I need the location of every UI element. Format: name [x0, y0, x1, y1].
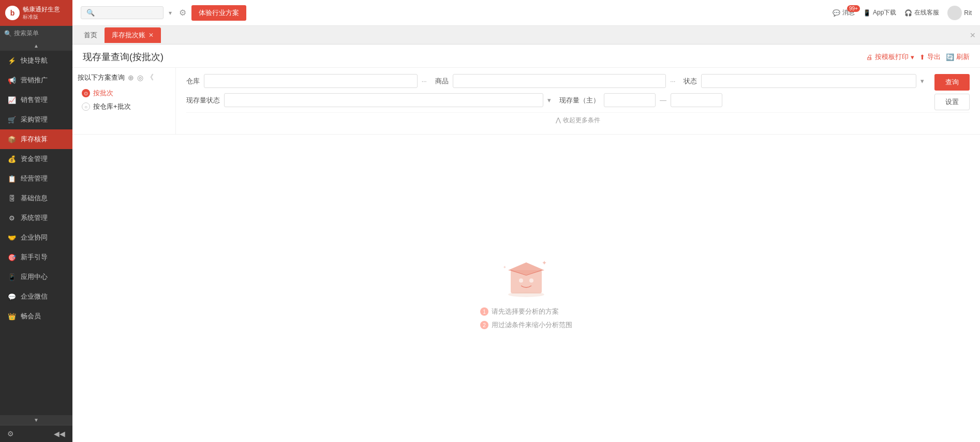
settings-icon[interactable]: ⚙	[7, 430, 14, 438]
svg-point-3	[508, 292, 544, 297]
sidebar-item-sales[interactable]: 📈 销售管理	[0, 90, 72, 110]
sidebar-item-label: 营销推广	[21, 76, 48, 85]
topbar-right: 💬 消息 99+ 📱 App下载 🎧 在线客服 Rit	[833, 6, 972, 20]
tabs-bar: 首页 库存批次账 ✕ ✕	[72, 26, 980, 45]
search-icon: 🔍	[4, 30, 12, 37]
svg-text:✦: ✦	[542, 259, 547, 267]
sidebar-item-inventory[interactable]: 📦 库存核算	[0, 129, 72, 149]
svg-point-1	[519, 278, 523, 283]
print-dropdown-icon[interactable]: ▾	[911, 53, 914, 61]
qty-filter-group: 现存量（主） —	[559, 93, 924, 107]
app-download-btn[interactable]: 📱 App下载	[863, 8, 896, 17]
query-button[interactable]: 查询	[934, 74, 970, 91]
page-actions: 🖨 按模板打印 ▾ ⬆ 导出 🔄 刷新	[866, 52, 970, 62]
user-avatar-area[interactable]: Rit	[947, 6, 972, 20]
brand-name: 畅康通好生意	[23, 6, 60, 14]
tab-close-icon[interactable]: ✕	[149, 32, 154, 39]
refresh-icon: 🔄	[946, 53, 954, 61]
svg-point-2	[529, 278, 533, 283]
close-all-tabs[interactable]: ✕	[970, 31, 976, 39]
product-input[interactable]	[453, 74, 666, 88]
sidebar-item-operations[interactable]: 📋 经营管理	[0, 169, 72, 188]
content-area: 现存量查询(按批次) 🖨 按模板打印 ▾ ⬆ 导出 🔄 刷新	[72, 45, 980, 442]
sidebar-item-enterprise[interactable]: 🤝 企业协同	[0, 228, 72, 247]
sidebar-item-quick-nav[interactable]: ⚡ 快捷导航	[0, 51, 72, 70]
filter-settings-button[interactable]: 设置	[934, 94, 970, 110]
user-name: Rit	[964, 9, 972, 17]
online-service-btn[interactable]: 🎧 在线客服	[904, 8, 939, 17]
sidebar-item-label: 销售管理	[21, 95, 48, 105]
status-label: 状态	[684, 77, 697, 86]
hint-num-2: 2	[480, 321, 488, 329]
qty-max-input[interactable]	[671, 93, 722, 107]
trial-button[interactable]: 体验行业方案	[191, 5, 246, 21]
topbar: 🔍 ▾ ⚙ 体验行业方案 💬 消息 99+ 📱 App下载 🎧 在线客服 Rit	[72, 0, 980, 26]
filter-row-2: 现存量状态 ▾ 现存量（主）	[186, 93, 924, 107]
sidebar-item-member[interactable]: 👑 畅会员	[0, 306, 72, 326]
headset-icon: 🎧	[904, 9, 912, 17]
hint-text-1: 请先选择要分析的方案	[492, 307, 559, 316]
basic-icon: 🗄	[7, 194, 17, 203]
quick-nav-icon: ⚡	[7, 56, 17, 65]
sidebar-item-finance[interactable]: 💰 资金管理	[0, 149, 72, 169]
sidebar-scroll-up[interactable]: ▲	[0, 41, 72, 51]
collapse-left-icon[interactable]: 《	[146, 73, 154, 82]
export-icon: ⬆	[919, 53, 925, 61]
warehouse-input[interactable]	[204, 74, 418, 88]
topbar-search[interactable]: 🔍	[81, 6, 164, 19]
scheme-label: 按仓库+批次	[93, 102, 131, 111]
sidebar-item-label: 资金管理	[21, 154, 48, 164]
scheme-item-by-warehouse-batch[interactable]: ○ 按仓库+批次	[78, 100, 170, 113]
sidebar-item-label: 畅会员	[21, 312, 41, 321]
sidebar-item-newbie[interactable]: 🎯 新手引导	[0, 247, 72, 267]
inventory-status-select[interactable]	[224, 93, 543, 107]
sidebar-item-basic[interactable]: 🗄 基础信息	[0, 188, 72, 208]
page-header: 现存量查询(按批次) 🖨 按模板打印 ▾ ⬆ 导出 🔄 刷新	[72, 45, 980, 68]
add-scheme-icon[interactable]: ⊕	[128, 73, 134, 82]
sidebar-item-system[interactable]: ⚙ 系统管理	[0, 208, 72, 228]
sidebar-item-wechat[interactable]: 💬 企业微信	[0, 287, 72, 306]
print-icon: 🖨	[866, 53, 873, 61]
hint-num-1: 1	[480, 307, 488, 316]
product-more-icon[interactable]: ···	[670, 78, 675, 85]
status-select[interactable]	[701, 74, 916, 88]
collapse-more-conditions[interactable]: ⋀ 收起更多条件	[186, 112, 970, 128]
sidebar-item-appstore[interactable]: 📱 应用中心	[0, 267, 72, 287]
filter-row-1: 仓库 ··· 商品 ··· 状态	[186, 74, 924, 88]
inventory-status-dropdown-icon: ▾	[547, 96, 551, 104]
sidebar-item-marketing[interactable]: 📢 营销推广	[0, 70, 72, 90]
message-btn[interactable]: 💬 消息 99+	[833, 8, 855, 17]
topbar-dropdown[interactable]: ▾	[169, 9, 172, 17]
scheme-item-by-batch[interactable]: ⊙ 按批次	[78, 86, 170, 100]
scheme-label: 按批次	[93, 89, 113, 98]
sidebar-nav: ⚡ 快捷导航 📢 营销推广 📈 销售管理 🛒 采购管理 📦 库存核算 💰 资金管…	[0, 51, 72, 415]
export-button[interactable]: ⬆ 导出	[919, 52, 941, 62]
search-label: 搜索菜单	[14, 29, 39, 38]
print-button[interactable]: 🖨 按模板打印 ▾	[866, 52, 914, 62]
qty-dash: —	[660, 96, 666, 104]
sidebar-item-label: 应用中心	[21, 272, 48, 282]
system-icon: ⚙	[7, 213, 17, 223]
tab-home[interactable]: 首页	[77, 27, 105, 43]
collapse-sidebar-icon[interactable]: ◀◀	[54, 430, 65, 438]
qty-min-input[interactable]	[604, 93, 656, 107]
edition-label: 标准版	[23, 13, 60, 20]
tab-inventory-batch[interactable]: 库存批次账 ✕	[105, 27, 161, 43]
message-icon: 💬	[833, 9, 840, 17]
empty-illustration: ✦ ✦	[495, 247, 557, 299]
warehouse-more-icon[interactable]: ···	[422, 78, 427, 85]
empty-svg: ✦ ✦	[495, 247, 557, 299]
sidebar-search[interactable]: 🔍 搜索菜单	[0, 26, 72, 41]
filter-inputs: 仓库 ··· 商品 ··· 状态	[176, 68, 980, 134]
scheme-settings-icon[interactable]: ◎	[137, 73, 143, 82]
purchase-icon: 🛒	[7, 115, 17, 124]
topbar-settings-icon[interactable]: ⚙	[179, 8, 186, 18]
refresh-button[interactable]: 🔄 刷新	[946, 52, 970, 62]
member-icon: 👑	[7, 312, 17, 321]
inventory-status-label: 现存量状态	[186, 96, 220, 105]
empty-hint-1: 1 请先选择要分析的方案	[480, 307, 572, 316]
sidebar-item-label: 基础信息	[21, 194, 48, 203]
sidebar-item-label: 库存核算	[21, 135, 48, 144]
sidebar-scroll-down[interactable]: ▼	[0, 415, 72, 425]
sidebar-item-purchase[interactable]: 🛒 采购管理	[0, 110, 72, 129]
